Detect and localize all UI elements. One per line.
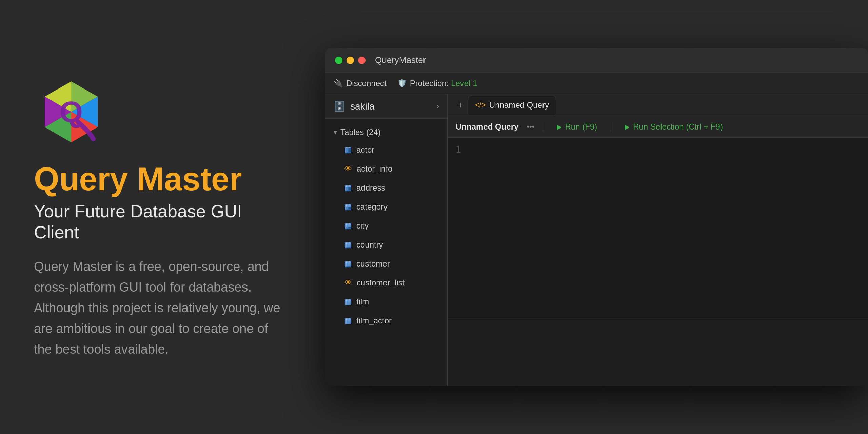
protection-label: Protection: Level 1	[410, 79, 477, 88]
db-header: 🗄️ sakila ›	[326, 94, 447, 119]
editor-area[interactable]: 1	[448, 138, 868, 318]
run-selection-button[interactable]: ▶ Run Selection (Ctrl + F9)	[619, 119, 728, 134]
run-button[interactable]: ▶ Run (F9)	[551, 119, 603, 134]
play-selection-icon: ▶	[625, 123, 630, 131]
table-item-city[interactable]: ▦ city	[326, 216, 447, 235]
table-item-film-actor[interactable]: ▦ film_actor	[326, 311, 447, 330]
app-window: QueryMaster 🔌 Disconnect 🛡️ Protection: …	[326, 48, 868, 386]
disconnect-icon: 🔌	[334, 79, 343, 88]
table-icon: ▦	[344, 259, 352, 268]
line-number: 1	[456, 144, 461, 155]
tables-header[interactable]: ▾ Tables (24)	[326, 124, 447, 140]
active-tab[interactable]: </> Unnamed Query	[468, 96, 556, 115]
tab-bar: + </> Unnamed Query	[448, 94, 868, 116]
table-item-customer[interactable]: ▦ customer	[326, 254, 447, 273]
left-panel: Q Query Master Your Future Database GUI …	[0, 47, 322, 387]
table-name: category	[356, 202, 388, 212]
code-icon: </>	[475, 101, 486, 110]
protection-button[interactable]: 🛡️ Protection: Level 1	[397, 79, 477, 88]
run-selection-label: Run Selection (Ctrl + F9)	[633, 122, 723, 132]
disconnect-label: Disconnect	[346, 79, 387, 88]
table-item-actor-info[interactable]: 👁 actor_info	[326, 159, 447, 178]
sidebar: 🗄️ sakila › ▾ Tables (24) ▦ actor	[326, 94, 448, 386]
table-name: actor_info	[357, 164, 392, 174]
line-numbers: 1	[456, 144, 461, 311]
table-item-film[interactable]: ▦ film	[326, 292, 447, 311]
traffic-lights	[335, 57, 366, 64]
app-subtitle: Your Future Database GUI Client	[34, 201, 288, 243]
table-icon: ▦	[344, 297, 352, 306]
table-name: film	[356, 297, 369, 307]
play-icon: ▶	[557, 123, 562, 131]
editor-content[interactable]	[468, 144, 860, 311]
shield-icon: 🛡️	[397, 79, 407, 88]
table-name: address	[356, 183, 385, 193]
separator	[611, 122, 611, 132]
table-name-country: country	[356, 240, 383, 250]
tables-label: Tables (24)	[340, 127, 381, 137]
table-name-city: city	[356, 221, 369, 231]
table-name: actor	[356, 145, 374, 155]
table-icon: ▦	[344, 316, 352, 325]
table-name: customer_list	[357, 278, 405, 288]
title-bar: QueryMaster	[326, 48, 868, 73]
database-icon: 🗄️	[334, 101, 346, 112]
table-icon: ▦	[344, 221, 352, 230]
table-name: film_actor	[356, 316, 392, 326]
view-icon: 👁	[344, 164, 352, 173]
query-name: Unnamed Query	[456, 122, 518, 132]
app-window-container: QueryMaster 🔌 Disconnect 🛡️ Protection: …	[292, 48, 868, 386]
traffic-light-red[interactable]	[358, 57, 366, 64]
table-item-country[interactable]: ▦ country	[326, 235, 447, 254]
table-icon: ▦	[344, 183, 352, 192]
table-icon: ▦	[344, 145, 352, 154]
view-icon: 👁	[344, 278, 352, 287]
chevron-right-icon: ›	[437, 102, 439, 111]
app-description: Query Master is a free, open-source, and…	[34, 256, 288, 359]
table-item-category[interactable]: ▦ category	[326, 197, 447, 216]
db-name: sakila	[350, 101, 375, 112]
protection-level: Level 1	[451, 79, 477, 88]
window-title: QueryMaster	[375, 55, 426, 65]
table-item-customer-list[interactable]: 👁 customer_list	[326, 273, 447, 292]
table-name: customer	[356, 259, 390, 269]
add-tab-button[interactable]: +	[453, 98, 468, 113]
separator	[543, 122, 543, 132]
app-logo: Q	[34, 75, 108, 149]
run-label: Run (F9)	[565, 122, 597, 132]
table-item-address[interactable]: ▦ address	[326, 178, 447, 197]
table-item-actor[interactable]: ▦ actor	[326, 140, 447, 159]
results-panel	[448, 318, 868, 386]
tables-section: ▾ Tables (24) ▦ actor 👁 actor_info ▦ add…	[326, 119, 447, 336]
query-more-button[interactable]: •••	[527, 122, 534, 131]
expand-icon: ▾	[334, 128, 337, 136]
table-icon: ▦	[344, 202, 352, 211]
query-panel: + </> Unnamed Query Unnamed Query ••• ▶ …	[448, 94, 868, 386]
app-title: Query Master	[34, 163, 288, 195]
table-icon: ▦	[344, 240, 352, 249]
query-toolbar: Unnamed Query ••• ▶ Run (F9) ▶ Run Selec…	[448, 116, 868, 138]
tab-label: Unnamed Query	[489, 100, 549, 110]
main-content: 🗄️ sakila › ▾ Tables (24) ▦ actor	[326, 94, 868, 386]
traffic-light-green[interactable]	[335, 57, 342, 64]
db-name-group[interactable]: 🗄️ sakila	[334, 101, 375, 112]
traffic-light-yellow[interactable]	[347, 57, 354, 64]
toolbar: 🔌 Disconnect 🛡️ Protection: Level 1	[326, 73, 868, 94]
brand-text: Query Master Your Future Database GUI Cl…	[34, 163, 288, 243]
disconnect-button[interactable]: 🔌 Disconnect	[334, 79, 387, 88]
